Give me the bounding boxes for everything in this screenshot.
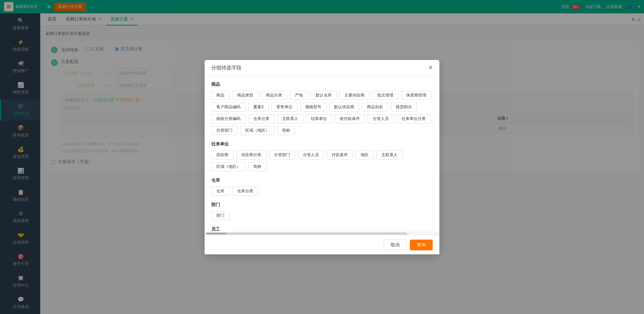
section-label-0: 商品 <box>211 81 433 87</box>
field-tag-0-4[interactable]: 默认仓库 <box>311 91 337 100</box>
field-tag-0-2[interactable]: 商品分类 <box>261 91 287 100</box>
field-tag-0-18[interactable]: 结算单位 <box>306 114 332 123</box>
field-grid-1: 供应商供应商分类分管部门分管人员付款条件地区主联系人区域（地区）简称 <box>211 150 433 171</box>
field-section-3: 部门部门 <box>211 202 433 220</box>
field-tag-1-4[interactable]: 付款条件 <box>327 150 353 160</box>
field-tag-2-0[interactable]: 仓库 <box>211 187 229 196</box>
section-label-1: 往来单位 <box>211 141 433 147</box>
field-section-0: 商品商品商品类型商品分类产地默认仓库主要供应商批次管理保质期管理客户商品编码重量… <box>211 81 433 135</box>
field-section-1: 往来单位供应商供应商分类分管部门分管人员付款条件地区主联系人区域（地区）简称 <box>211 141 433 171</box>
field-tag-0-16[interactable]: 仓库分类 <box>248 114 274 123</box>
field-tag-0-17[interactable]: 主联系人 <box>277 114 303 123</box>
field-tag-0-12[interactable]: 默认供应商 <box>329 103 359 112</box>
field-section-4: 员工业务员 <box>211 226 433 232</box>
field-tag-1-0[interactable]: 供应商 <box>211 150 233 160</box>
field-tag-1-2[interactable]: 分管部门 <box>269 150 295 160</box>
field-tag-1-1[interactable]: 供应商分类 <box>236 150 266 160</box>
field-tag-0-1[interactable]: 商品类型 <box>232 91 258 100</box>
field-tag-0-14[interactable]: 拣货积分 <box>391 103 417 112</box>
modal-overlay: 分组待选字段 ✕ 商品商品商品类型商品分类产地默认仓库主要供应商批次管理保质期管… <box>0 0 644 314</box>
field-tag-0-7[interactable]: 保质期管理 <box>401 91 431 100</box>
modal-close-button[interactable]: ✕ <box>428 65 433 70</box>
section-label-4: 员工 <box>211 226 433 232</box>
field-grid-3: 部门 <box>211 211 433 220</box>
modal: 分组待选字段 ✕ 商品商品商品类型商品分类产地默认仓库主要供应商批次管理保质期管… <box>205 60 439 254</box>
field-tag-1-7[interactable]: 区域（地区） <box>211 162 246 171</box>
field-tag-0-6[interactable]: 批次管理 <box>372 91 398 100</box>
field-tag-0-5[interactable]: 主要供应商 <box>339 91 370 100</box>
field-grid-0: 商品商品类型商品分类产地默认仓库主要供应商批次管理保质期管理客户商品编码重量3零… <box>211 91 433 135</box>
field-tag-0-3[interactable]: 产地 <box>290 91 308 100</box>
section-label-3: 部门 <box>211 202 433 208</box>
modal-footer: 取消 查询 <box>205 235 439 254</box>
field-tag-0-20[interactable]: 分管人员 <box>368 114 394 123</box>
field-tag-0-13[interactable]: 商品别名 <box>362 103 388 112</box>
modal-body[interactable]: 商品商品商品类型商品分类产地默认仓库主要供应商批次管理保质期管理客户商品编码重量… <box>205 76 439 232</box>
field-section-2: 仓库仓库仓库分类 <box>211 177 433 196</box>
field-tag-0-24[interactable]: 简称 <box>277 126 295 135</box>
modal-title: 分组待选字段 <box>211 65 241 71</box>
modal-cancel-button[interactable]: 取消 <box>384 240 407 250</box>
field-tag-0-11[interactable]: 规格型号 <box>300 103 326 112</box>
field-tag-0-9[interactable]: 重量3 <box>248 103 269 112</box>
field-tag-0-0[interactable]: 商品 <box>211 91 229 100</box>
field-tag-0-23[interactable]: 区域（地区） <box>240 126 274 135</box>
field-grid-2: 仓库仓库分类 <box>211 187 433 196</box>
field-tag-1-3[interactable]: 分管人员 <box>298 150 324 160</box>
field-tag-0-22[interactable]: 分管部门 <box>211 126 237 135</box>
field-tag-0-8[interactable]: 客户商品编码 <box>211 103 246 112</box>
field-tag-1-5[interactable]: 地区 <box>356 150 374 160</box>
field-tag-1-6[interactable]: 主联系人 <box>376 150 402 160</box>
field-tag-2-1[interactable]: 仓库分类 <box>232 187 258 196</box>
field-tag-0-15[interactable]: 税收分类编码 <box>211 114 246 123</box>
field-tag-0-19[interactable]: 收付款条件 <box>335 114 365 123</box>
modal-confirm-button[interactable]: 查询 <box>410 240 433 250</box>
field-tag-0-10[interactable]: 零售单位 <box>271 103 298 112</box>
section-label-2: 仓库 <box>211 177 433 183</box>
modal-header: 分组待选字段 ✕ <box>205 60 439 76</box>
field-tag-3-0[interactable]: 部门 <box>211 211 229 220</box>
modal-hscroll <box>205 232 439 235</box>
field-tag-0-21[interactable]: 往来单位分类 <box>396 114 431 123</box>
field-tag-1-8[interactable]: 简称 <box>248 162 266 171</box>
